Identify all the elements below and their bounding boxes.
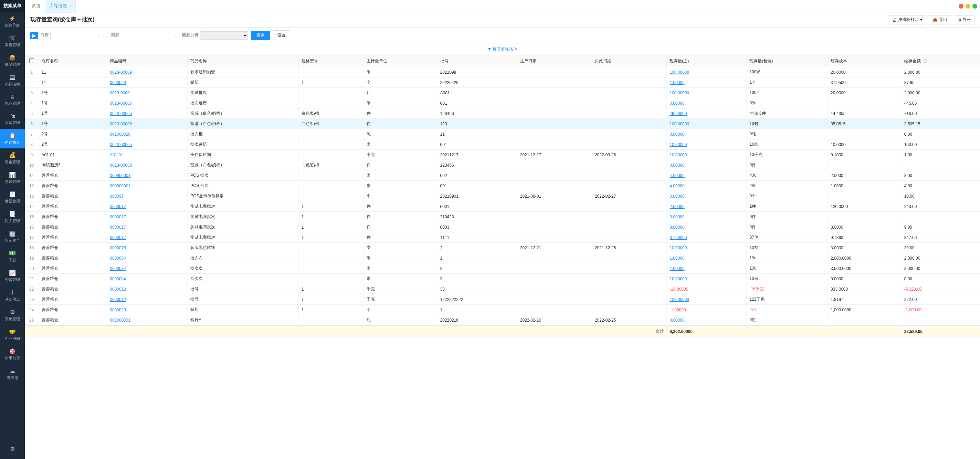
cell-qty-main[interactable]: 10.00000 bbox=[667, 243, 747, 253]
category-select[interactable] bbox=[200, 31, 248, 40]
cell-code[interactable]: 001000031 bbox=[107, 315, 188, 326]
cell-qty-main[interactable]: 0.00000 bbox=[667, 129, 747, 139]
sidebar-item-cloud[interactable]: ☁ 云应用 bbox=[0, 364, 25, 384]
cell-code[interactable]: 0000017 bbox=[107, 201, 188, 212]
cell-qty-main[interactable]: 0.00000 bbox=[667, 315, 747, 326]
table-row[interactable]: 22 善善粮仓 0000012 批号 1 千克 33 -16.00000 -16… bbox=[25, 284, 980, 295]
sidebar-item-settings[interactable]: ⚙ bbox=[0, 442, 25, 456]
sidebar-item-quicknav[interactable]: ⚡ 快捷导航 bbox=[0, 12, 25, 31]
cell-code[interactable]: 0000017 bbox=[107, 233, 188, 243]
cell-qty-main[interactable]: 87.00000 bbox=[667, 233, 747, 243]
cell-code[interactable]: A01-01 bbox=[107, 150, 188, 160]
sidebar-item-finance[interactable]: 💰 资金管理 bbox=[0, 148, 25, 168]
window-maximize-button[interactable] bbox=[972, 4, 977, 9]
cell-code[interactable]: 0000012 bbox=[107, 284, 188, 295]
tab-close-button[interactable]: × bbox=[69, 4, 71, 8]
table-row[interactable]: 23 善善粮仓 0000012 批号 1 千克 1222222222 122.0… bbox=[25, 295, 980, 305]
tab-inventory-batch[interactable]: 库存批次 × bbox=[45, 0, 76, 13]
cell-code[interactable]: 0023-00008 bbox=[107, 119, 188, 129]
table-row[interactable]: 20 善善粮仓 0000084 批次次 米 2 1.00000 1米 3,000… bbox=[25, 263, 980, 274]
table-row[interactable]: 17 善善粮仓 0000017 测试电商批次 1 件 1111 87.00000… bbox=[25, 233, 980, 243]
cell-code[interactable]: 0000084 bbox=[107, 274, 188, 284]
sidebar-item-tax[interactable]: 📑 税务管理 bbox=[0, 207, 25, 227]
cell-qty-main[interactable]: 0.00000 bbox=[667, 160, 747, 171]
cell-code[interactable]: 0023-0000... bbox=[107, 88, 188, 98]
sidebar-item-system[interactable]: ⚙ 系统管理 bbox=[0, 305, 25, 325]
table-row[interactable]: 2 11 0000029 赋斯 1 个 20220429 1.00000 1个 … bbox=[25, 78, 980, 88]
cell-code[interactable]: 001000026 bbox=[107, 129, 188, 139]
product-input[interactable] bbox=[121, 32, 169, 39]
filter-settings-button[interactable]: 设置 bbox=[273, 30, 290, 40]
cell-code[interactable]: 0023-00009 bbox=[107, 67, 188, 78]
cell-qty-main[interactable]: -16.00000 bbox=[667, 284, 747, 295]
filter-toggle-button[interactable]: ▶ bbox=[30, 32, 38, 39]
table-row[interactable]: 6 1号 0023-00008 富减（白色/奶棉） 白色/奶棉 件 123 10… bbox=[25, 119, 980, 129]
cell-qty-main[interactable]: 2.00000 bbox=[667, 201, 747, 212]
table-row[interactable]: 3 1号 0023-0000... 测试批次 斤 A001 100.00000 … bbox=[25, 88, 980, 98]
cell-code[interactable]: 000900001 bbox=[107, 181, 188, 191]
table-row[interactable]: 4 1号 0023-00005 批次遍历 米 001 0.00000 0米 44… bbox=[25, 98, 980, 108]
table-row[interactable]: 8 2号 0023-00005 批次遍历 米 001 10.00000 10米 … bbox=[25, 139, 980, 150]
cell-qty-main[interactable]: 49.60000 bbox=[667, 108, 747, 119]
sidebar-item-guide[interactable]: 🎯 新手引导 bbox=[0, 345, 25, 364]
cell-qty-main[interactable]: 122.00000 bbox=[667, 295, 747, 305]
cell-code[interactable]: 0023-00005 bbox=[107, 139, 188, 150]
cell-code[interactable]: 0000017 bbox=[107, 212, 188, 222]
warehouse-input[interactable] bbox=[50, 32, 99, 39]
table-row[interactable]: 21 善善粮仓 0000084 批次次 米 3 10.00000 10米 0.0… bbox=[25, 274, 980, 284]
cell-code[interactable]: 0000029 bbox=[107, 305, 188, 315]
cell-qty-main[interactable]: 0.00000 bbox=[667, 98, 747, 108]
window-minimize-button[interactable] bbox=[966, 4, 970, 9]
table-row[interactable]: 19 善善粮仓 0000084 批次次 米 1 1.00000 1米 2,000… bbox=[25, 253, 980, 263]
sidebar-logo[interactable]: 搜索菜单 bbox=[0, 0, 25, 12]
dots1[interactable]: ... bbox=[101, 32, 108, 38]
print-button[interactable]: 🖨 按模板打印 ▾ bbox=[889, 15, 926, 24]
cell-code[interactable]: 0000078 bbox=[107, 243, 188, 253]
dots2[interactable]: ... bbox=[172, 32, 179, 38]
expand-conditions-button[interactable]: ▼ 展开更多条件 bbox=[30, 45, 975, 54]
cell-code[interactable]: 000900001 bbox=[107, 171, 188, 181]
sidebar-item-micro-ecom[interactable]: 💻 小额电商 bbox=[0, 70, 25, 90]
table-row[interactable]: 18 善善粮仓 0000078 多头黑色软线 支 2 2021-12-21 20… bbox=[25, 243, 980, 253]
cell-qty-main[interactable]: 10.00000 bbox=[667, 139, 747, 150]
sidebar-item-purchase[interactable]: 🛍 采购管理 bbox=[0, 110, 25, 129]
cell-code[interactable]: 0000012 bbox=[107, 295, 188, 305]
cell-qty-main[interactable]: 10.00000 bbox=[667, 274, 747, 284]
cell-qty-main[interactable]: 100.00000 bbox=[667, 67, 747, 78]
table-row[interactable]: 12 善善粮仓 000900001 POS 批次 米 001 4.00000 4… bbox=[25, 181, 980, 191]
cell-code[interactable]: 0000017 bbox=[107, 222, 188, 233]
cell-code[interactable]: 000097 bbox=[107, 191, 188, 201]
table-row[interactable]: 25 善善粮仓 001000031 鲸行A 瓶 20220216 2022-02… bbox=[25, 315, 980, 326]
sidebar-item-inventory[interactable]: 📋 库存核查 bbox=[0, 129, 25, 148]
sidebar-item-wholesale[interactable]: 📦 批发管理 bbox=[0, 51, 25, 70]
table-row[interactable]: 1 11 0023-00009 软颈通用袖套 米 2021098 100.000… bbox=[25, 67, 980, 78]
cell-code[interactable]: 0000084 bbox=[107, 263, 188, 274]
table-row[interactable]: 11 善善粮仓 000900001 POS 批次 米 002 4.00000 4… bbox=[25, 171, 980, 181]
table-row[interactable]: 5 1号 0023-00005 富减（白色/奶棉） 白色/奶棉 件 123456… bbox=[25, 108, 980, 119]
cell-qty-main[interactable]: 0.00000 bbox=[667, 212, 747, 222]
table-row[interactable]: 14 善善粮仓 0000017 测试电商批次 1 件 0001 2.00000 … bbox=[25, 201, 980, 212]
cell-qty-main[interactable]: -1.00000 bbox=[667, 305, 747, 315]
window-close-button[interactable] bbox=[959, 4, 964, 9]
export-button[interactable]: 📤 导出 bbox=[929, 15, 951, 24]
sidebar-item-assets[interactable]: 🏢 固定资产 bbox=[0, 227, 25, 247]
table-row[interactable]: 7 2号 001000026 批次框 吨 11 0.00000 0吨 0.00 bbox=[25, 129, 980, 139]
select-all-checkbox[interactable] bbox=[29, 58, 34, 63]
cell-qty-main[interactable]: 4.00000 bbox=[667, 181, 747, 191]
cell-qty-main[interactable]: 10.00000 bbox=[667, 150, 747, 160]
expand-button[interactable]: ⊞ 展开 bbox=[954, 15, 975, 24]
sidebar-item-invoice[interactable]: 🧾 发票管理 bbox=[0, 188, 25, 207]
cell-code[interactable]: 0000084 bbox=[107, 253, 188, 263]
table-row[interactable]: 15 善善粮仓 0000017 测试电商批次 1 件 210423 0.0000… bbox=[25, 212, 980, 222]
table-row[interactable]: 10 测试遍历2 0023-00008 富减（白色/奶棉） 白色/奶棉 件 12… bbox=[25, 160, 980, 171]
cell-code[interactable]: 0023-00005 bbox=[107, 108, 188, 119]
table-row[interactable]: 13 善善粮仓 000097 POS显示单价异常 个 20210901 2021… bbox=[25, 191, 980, 201]
cell-qty-main[interactable]: 100.00000 bbox=[667, 88, 747, 98]
cell-qty-main[interactable]: 0.00000 bbox=[667, 191, 747, 201]
sidebar-item-basic[interactable]: ℹ 基础信息 bbox=[0, 286, 25, 305]
tab-home[interactable]: 首页 bbox=[27, 0, 45, 13]
sidebar-item-ledger[interactable]: 📊 总账管理 bbox=[0, 168, 25, 188]
cell-qty-main[interactable]: 4.00000 bbox=[667, 171, 747, 181]
sidebar-item-retail[interactable]: 🛒 零售管理 bbox=[0, 31, 25, 51]
table-container[interactable]: 仓库名称 商品编码 商品名称 规格型号 主计量单位 批号 生产日期 失效日期 现… bbox=[25, 56, 980, 459]
